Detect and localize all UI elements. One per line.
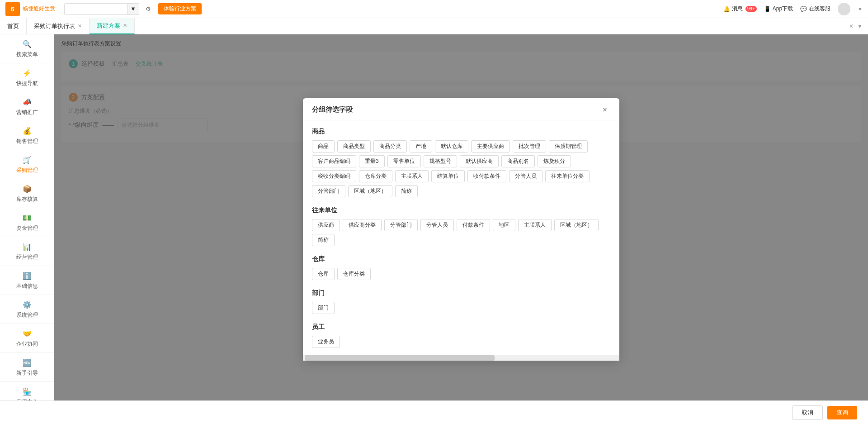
app-download-item[interactable]: 📱 App下载 (764, 5, 793, 13)
finance-icon: 💵 (22, 213, 32, 223)
employee-field-group: 员工 业务员 (312, 323, 610, 348)
user-avatar[interactable] (838, 3, 850, 15)
field-tag-short-name[interactable]: 简称 (395, 185, 418, 197)
field-tag-partner-category[interactable]: 往来单位分类 (545, 170, 590, 182)
field-tag-default-supplier[interactable]: 默认供应商 (460, 155, 499, 167)
search-button[interactable]: ▼ (127, 3, 139, 15)
sidebar-system-label: 系统管理 (16, 311, 38, 319)
sidebar-guide-label: 新手引导 (16, 369, 38, 377)
online-service-label: 在线客服 (809, 5, 830, 13)
sidebar-item-inventory[interactable]: 📦 库存核算 (0, 179, 54, 208)
field-tag-partner-short-name[interactable]: 简称 (312, 234, 335, 246)
management-icon: 📊 (22, 242, 32, 252)
search-input[interactable] (64, 3, 127, 15)
field-tag-product[interactable]: 商品 (312, 140, 335, 152)
logo-area: 6 畅捷通好生意 (5, 2, 60, 16)
download-icon: 📱 (764, 6, 771, 12)
field-tag-department[interactable]: 部门 (312, 302, 335, 314)
notification-label: 消息 (732, 5, 743, 13)
main-layout: 🔍 搜索菜单 ⚡ 快捷导航 📣 营销推广 💰 销售管理 🛒 采购管理 📦 库存核… (0, 34, 868, 424)
sidebar-item-search[interactable]: 🔍 搜索菜单 (0, 34, 54, 63)
field-tag-shelf-life[interactable]: 保质期管理 (549, 140, 588, 152)
sidebar-item-system[interactable]: ⚙️ 系统管理 (0, 295, 54, 324)
sidebar-item-guide[interactable]: 🆕 新手引导 (0, 353, 54, 382)
sidebar-item-sales[interactable]: 💰 销售管理 (0, 121, 54, 150)
modal-close-button[interactable]: × (599, 105, 610, 115)
field-tag-payment-condition[interactable]: 付款条件 (457, 219, 490, 231)
sidebar-item-basic-info[interactable]: ℹ️ 基础信息 (0, 266, 54, 295)
sidebar-item-enterprise[interactable]: 🤝 企业协同 (0, 324, 54, 353)
field-tag-partner-dept[interactable]: 分管部门 (384, 219, 418, 231)
confirm-button[interactable]: 查询 (827, 406, 857, 419)
field-select-modal: 分组待选字段 × 商品 商品 商品类型 商品分类 产地 默认仓库 主要供应商 (303, 98, 619, 361)
notification-item[interactable]: 🔔 消息 99+ (723, 5, 757, 13)
field-tag-supplier[interactable]: 供应商 (312, 219, 340, 231)
online-service-item[interactable]: 💬 在线客服 (800, 5, 830, 13)
modal-scroll-thumb (305, 355, 495, 361)
field-tag-dept-managed[interactable]: 分管部门 (312, 185, 345, 197)
field-tag-customer-code[interactable]: 客户商品编码 (312, 155, 356, 167)
warehouse-field-tags: 仓库 仓库分类 (312, 268, 610, 280)
field-tag-tax-code[interactable]: 税收分类编码 (312, 170, 356, 182)
field-tag-payment-terms[interactable]: 收付款条件 (467, 170, 506, 182)
modal-horizontal-scrollbar[interactable] (303, 355, 619, 361)
field-tag-refine-points[interactable]: 炼货积分 (538, 155, 571, 167)
tab-bar: 首页 采购订单执行表 ✕ 新建方案 ✕ ✕ ▼ (0, 18, 868, 34)
sidebar-item-purchase[interactable]: 🛒 采购管理 (0, 150, 54, 179)
field-tag-partner-contact[interactable]: 主联系人 (518, 219, 552, 231)
field-tag-main-supplier[interactable]: 主要供应商 (471, 140, 510, 152)
field-tag-warehouse[interactable]: 仓库 (312, 268, 335, 280)
field-tag-settlement-unit[interactable]: 结算单位 (431, 170, 465, 182)
enterprise-icon: 🤝 (22, 329, 32, 338)
sidebar-inventory-label: 库存核算 (16, 195, 38, 203)
tab-purchase-label: 采购订单执行表 (34, 22, 75, 30)
field-tag-retail-unit[interactable]: 零售单位 (387, 155, 421, 167)
tab-purchase-close[interactable]: ✕ (78, 23, 82, 29)
department-section-title: 部门 (312, 289, 610, 297)
field-tag-main-contact[interactable]: 主联系人 (395, 170, 429, 182)
product-field-group: 商品 商品 商品类型 商品分类 产地 默认仓库 主要供应商 批次管理 保质期管理… (312, 128, 610, 197)
app-center-icon: 🏪 (22, 386, 32, 396)
tab-home[interactable]: 首页 (0, 18, 27, 34)
system-icon: ⚙️ (22, 300, 32, 310)
cancel-button[interactable]: 取消 (792, 405, 823, 420)
field-tag-salesperson[interactable]: 业务员 (312, 336, 340, 348)
tab-new-plan-close[interactable]: ✕ (123, 23, 127, 29)
field-tag-region[interactable]: 区域（地区） (348, 185, 392, 197)
user-menu-icon[interactable]: ▼ (858, 6, 863, 12)
field-tag-product-type[interactable]: 商品类型 (337, 140, 371, 152)
field-tag-warehouse-category[interactable]: 仓库分类 (359, 170, 392, 182)
sales-icon: 💰 (22, 126, 32, 136)
field-tag-area[interactable]: 地区 (493, 219, 515, 231)
field-tag-spec-model[interactable]: 规格型号 (424, 155, 457, 167)
sidebar-basic-info-label: 基础信息 (16, 282, 38, 290)
field-tag-batch-mgmt[interactable]: 批次管理 (513, 140, 546, 152)
modal-title: 分组待选字段 (312, 105, 353, 114)
sidebar-item-quicknav[interactable]: ⚡ 快捷导航 (0, 63, 54, 92)
field-tag-wh-category[interactable]: 仓库分类 (337, 268, 371, 280)
tab-new-plan[interactable]: 新建方案 ✕ (90, 18, 135, 34)
field-tag-supplier-category[interactable]: 供应商分类 (343, 219, 382, 231)
field-tag-weight[interactable]: 重量3 (359, 155, 385, 167)
field-tag-origin[interactable]: 产地 (410, 140, 432, 152)
sidebar-item-marketing[interactable]: 📣 营销推广 (0, 92, 54, 121)
field-tag-product-alias[interactable]: 商品别名 (501, 155, 535, 167)
settings-icon[interactable]: ⚙ (142, 3, 155, 15)
tab-menu-icon[interactable]: ▼ (857, 23, 863, 29)
product-section-title: 商品 (312, 128, 610, 136)
logo-text: 畅捷通好生意 (23, 5, 55, 12)
partner-section-title: 往来单位 (312, 206, 610, 214)
field-tag-partner-region[interactable]: 区域（地区） (554, 219, 599, 231)
sidebar-item-finance[interactable]: 💵 资金管理 (0, 208, 54, 237)
field-tag-product-category[interactable]: 商品分类 (373, 140, 407, 152)
sidebar-item-management[interactable]: 📊 经营管理 (0, 237, 54, 266)
product-field-tags: 商品 商品类型 商品分类 产地 默认仓库 主要供应商 批次管理 保质期管理 客户… (312, 140, 610, 197)
tab-purchase-order[interactable]: 采购订单执行表 ✕ (27, 18, 90, 34)
tab-close-all[interactable]: ✕ (849, 23, 854, 29)
trial-button[interactable]: 体验行业方案 (158, 3, 202, 14)
field-tag-manager[interactable]: 分管人员 (509, 170, 542, 182)
marketing-icon: 📣 (22, 97, 32, 107)
guide-icon: 🆕 (22, 357, 32, 367)
field-tag-default-warehouse[interactable]: 默认仓库 (435, 140, 468, 152)
field-tag-partner-manager[interactable]: 分管人员 (420, 219, 454, 231)
